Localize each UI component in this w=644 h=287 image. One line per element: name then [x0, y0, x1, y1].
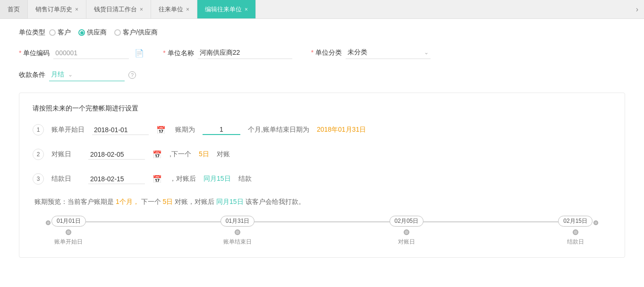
step-2-row: 2 对账日 📅 ,下一个 5日 对账 [33, 149, 611, 160]
step-1-period-unit: 个月,账单结束日期为 [248, 126, 309, 134]
timeline-point-4: 02月15日 结款日 [558, 216, 593, 246]
preview-middle2: 对账，对账后 [175, 198, 214, 205]
unit-code-input[interactable]: 000001 [53, 47, 129, 59]
step-1-label: 账单开始日 [51, 126, 85, 134]
radio-customer-circle [49, 29, 56, 36]
unit-type-group: 单位类型 客户 供应商 客户/供应商 [19, 28, 158, 37]
unit-category-group: 单位分类 未分类 ⌄ [311, 46, 431, 59]
step-1-end-date: 2018年01月31日 [317, 126, 366, 134]
radio-customer-supplier[interactable]: 客户/供应商 [114, 28, 158, 37]
timeline-desc-2: 账单结束日 [223, 238, 252, 246]
radio-customer-label: 客户 [58, 28, 71, 37]
main-content: 单位类型 客户 供应商 客户/供应商 单位编码 000001 [0, 19, 644, 287]
step-3-label: 结款日 [51, 175, 71, 183]
timeline-label-4: 02月15日 [558, 216, 593, 227]
radio-customer-supplier-circle [114, 29, 121, 36]
step-1-calendar-icon[interactable]: 📅 [156, 126, 166, 135]
tab-home-label: 首页 [8, 5, 20, 14]
step-2-highlight: 5日 [199, 150, 209, 159]
tab-partner-units[interactable]: 往来单位 × [151, 0, 197, 18]
tab-partner-units-label: 往来单位 [159, 5, 183, 14]
tab-bar: 首页 销售订单历史 × 钱货日清工作台 × 往来单位 × 编辑往来单位 × › [0, 0, 644, 19]
tab-cash-goods-workbench-label: 钱货日清工作台 [94, 5, 137, 14]
payment-condition-label: 收款条件 [19, 71, 45, 79]
radio-customer-supplier-label: 客户/供应商 [123, 28, 158, 37]
payment-condition-row: 收款条件 月结 ⌄ ? [19, 68, 625, 81]
step-2-calendar-icon[interactable]: 📅 [153, 150, 162, 159]
timeline-wrapper: 01月01日 账单开始日 01月31日 账单结束日 02月05日 对账日 02月… [33, 216, 611, 246]
step-1-period-input[interactable] [203, 125, 240, 135]
payment-condition-select[interactable]: 月结 ⌄ [49, 68, 125, 81]
preview-suffix: 该客户会给我打款。 [246, 198, 305, 205]
radio-customer[interactable]: 客户 [49, 28, 71, 37]
tab-expand-button[interactable]: › [630, 0, 644, 18]
payment-condition-chevron-icon: ⌄ [68, 71, 73, 78]
step-1-number: 1 [33, 124, 44, 135]
payment-condition-group: 收款条件 月结 ⌄ ? [19, 68, 136, 81]
unit-code-group: 单位编码 000001 📄 [19, 47, 144, 59]
card-instruction: 请按照未来的一个完整帐期进行设置 [33, 104, 611, 113]
preview-highlight2: 5日 [162, 198, 173, 205]
step-1-separator: 账期为 [175, 126, 195, 134]
step-2-date-input[interactable] [88, 150, 145, 160]
tab-home[interactable]: 首页 [0, 0, 28, 18]
timeline-point-1: 01月01日 账单开始日 [51, 216, 86, 246]
radio-supplier-circle [78, 29, 85, 36]
tab-cash-goods-workbench-close[interactable]: × [140, 6, 143, 13]
unit-type-row: 单位类型 客户 供应商 客户/供应商 [19, 28, 625, 37]
tab-cash-goods-workbench[interactable]: 钱货日清工作台 × [86, 0, 151, 18]
tab-sales-order-history-label: 销售订单历史 [35, 5, 72, 14]
tab-sales-order-history-close[interactable]: × [75, 6, 78, 13]
step-1-row: 1 账单开始日 📅 账期为 个月,账单结束日期为 2018年01月31日 [33, 124, 611, 135]
timeline-desc-4: 结款日 [567, 238, 584, 246]
timeline-dot-1 [66, 229, 71, 235]
timeline-dot-2 [235, 229, 240, 235]
step-3-desc-suffix: 结款 [238, 175, 252, 183]
timeline-desc-1: 账单开始日 [54, 238, 83, 246]
step-3-number: 3 [33, 173, 44, 185]
step-3-highlight: 同月15日 [203, 175, 231, 183]
unit-name-group: 单位名称 河南供应商22 [163, 47, 292, 59]
tab-edit-partner-units[interactable]: 编辑往来单位 × [197, 0, 256, 18]
unit-type-radio-group: 客户 供应商 客户/供应商 [49, 28, 158, 37]
settings-card: 请按照未来的一个完整帐期进行设置 1 账单开始日 📅 账期为 个月,账单结束日期… [19, 93, 625, 258]
timeline-label-1: 01月01日 [51, 216, 86, 227]
timeline-dot-3 [404, 229, 409, 235]
step-2-number: 2 [33, 149, 44, 160]
timeline-label-2: 01月31日 [220, 216, 255, 227]
step-2-desc-prefix: ,下一个 [169, 150, 191, 159]
step-2-desc-suffix: 对账 [217, 150, 230, 159]
tab-partner-units-close[interactable]: × [186, 6, 189, 13]
unit-name-input[interactable]: 河南供应商22 [198, 47, 292, 59]
radio-supplier[interactable]: 供应商 [78, 28, 107, 37]
timeline-point-2: 01月31日 账单结束日 [220, 216, 255, 246]
unit-category-select[interactable]: 未分类 ⌄ [346, 46, 431, 59]
step-3-row: 3 结款日 📅 ，对账后 同月15日 结款 [33, 173, 611, 185]
calendar-copy-icon[interactable]: 📄 [135, 49, 144, 58]
help-icon[interactable]: ? [128, 71, 136, 79]
timeline-dot-4 [573, 229, 578, 235]
timeline-desc-3: 对账日 [398, 238, 415, 246]
unit-name-label: 单位名称 [163, 49, 194, 58]
preview-highlight3: 同月15日 [216, 198, 244, 205]
tab-edit-partner-units-label: 编辑往来单位 [205, 5, 242, 14]
tab-edit-partner-units-close[interactable]: × [245, 6, 248, 13]
timeline-start-dot [46, 220, 51, 225]
unit-type-label: 单位类型 [19, 28, 45, 37]
tab-sales-order-history[interactable]: 销售订单历史 × [28, 0, 86, 18]
timeline-line [51, 221, 593, 222]
timeline-label-3: 02月05日 [390, 216, 424, 227]
step-1-date-input[interactable] [92, 125, 149, 135]
timeline-point-3: 02月05日 对账日 [390, 216, 424, 246]
unit-category-value: 未分类 [347, 48, 420, 57]
unit-category-label: 单位分类 [311, 49, 342, 57]
radio-supplier-label: 供应商 [87, 28, 107, 37]
step-3-calendar-icon[interactable]: 📅 [153, 175, 162, 184]
payment-condition-value: 月结 [51, 70, 64, 79]
preview-section: 账期预览：当前客户账期是 1个月， 下一个 5日 对账，对账后 同月15日 该客… [33, 198, 611, 206]
unit-category-chevron-icon: ⌄ [424, 49, 429, 56]
step-2-label: 对账日 [51, 150, 71, 159]
preview-highlight1: 1个月， [116, 198, 139, 205]
step-3-date-input[interactable] [88, 174, 145, 184]
preview-prefix: 账期预览：当前客户账期是 [34, 198, 114, 205]
